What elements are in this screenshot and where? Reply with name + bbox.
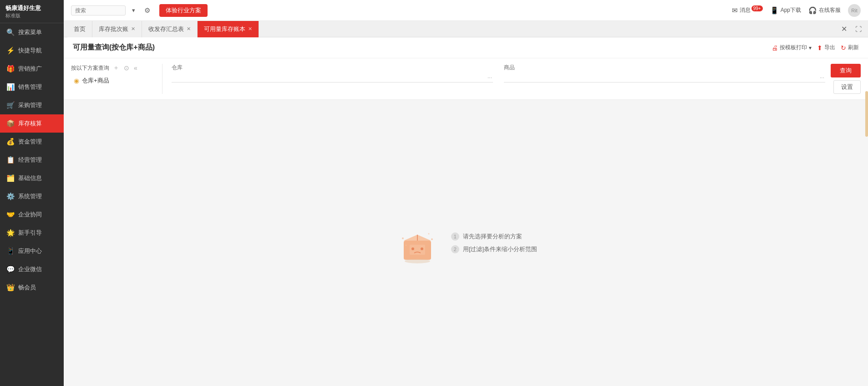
goods-input[interactable] <box>504 74 817 81</box>
avatar: Rit <box>848 4 861 17</box>
goods-more-button[interactable]: ··· <box>819 74 825 81</box>
sidebar-item-label: 新手引导 <box>18 229 42 237</box>
message-icon: ✉ <box>732 6 738 15</box>
page-content: 可用量查询(按仓库+商品) 🖨 按模板打印 ▾ ⬆ 导出 ↻ 刷新 <box>64 37 868 386</box>
warehouse-more-button[interactable]: ··· <box>487 74 493 81</box>
filter-divider <box>162 64 162 94</box>
warehouse-input-container: ··· <box>172 72 493 82</box>
sidebar-item-purchase[interactable]: 🛒采购管理 <box>0 96 64 114</box>
message-action[interactable]: ✉ 消息 99+ <box>732 6 763 15</box>
sidebar-item-wechat[interactable]: 💬企业微信 <box>0 260 64 278</box>
sidebar-item-label: 采购管理 <box>18 101 42 109</box>
print-icon: 🖨 <box>772 44 778 51</box>
query-button[interactable]: 查询 <box>831 64 861 77</box>
print-label: 按模板打印 <box>780 44 807 51</box>
tip-2: 2 用[过滤]条件来缩小分析范围 <box>451 245 537 253</box>
sidebar-item-operations[interactable]: 📋经营管理 <box>0 151 64 169</box>
tip-1-text: 请先选择要分析的方案 <box>463 232 522 241</box>
tip-2-text: 用[过滤]条件来缩小分析范围 <box>463 245 537 253</box>
tab-summary[interactable]: 收发存汇总表 ✕ <box>142 21 198 37</box>
print-button[interactable]: 🖨 按模板打印 ▾ <box>772 44 812 51</box>
sidebar-item-search[interactable]: 🔍搜索菜单 <box>0 23 64 41</box>
marketing-icon: 🎁 <box>6 65 15 73</box>
collapse-scheme-button[interactable]: « <box>133 64 138 72</box>
sidebar-item-appstore[interactable]: 📱应用中心 <box>0 242 64 260</box>
page-title: 可用量查询(按仓库+商品) <box>73 43 155 52</box>
search-icon: 🔍 <box>6 28 15 36</box>
app-download-action[interactable]: 📱 App下载 <box>770 6 801 15</box>
online-service-label: 在线客服 <box>819 6 841 14</box>
sidebar-item-newbie[interactable]: 🌟新手引导 <box>0 224 64 242</box>
industry-button[interactable]: 体验行业方案 <box>159 4 208 17</box>
sales-icon: 📊 <box>6 83 15 91</box>
basic-icon: 🗂️ <box>6 174 15 182</box>
app-name: 畅康通好生意 <box>5 5 58 12</box>
scheme-item-warehouse-goods[interactable]: ◉ 仓库+商品 <box>71 75 153 87</box>
refresh-button[interactable]: ↻ 刷新 <box>841 44 859 51</box>
goods-input-container: ··· <box>504 72 825 82</box>
tab-home[interactable]: 首页 <box>67 21 92 37</box>
sidebar-item-inventory[interactable]: 📦库存核算 <box>0 114 64 133</box>
sidebar-item-system[interactable]: ⚙️系统管理 <box>0 187 64 206</box>
system-icon: ⚙️ <box>6 192 15 201</box>
sidebar-item-label: 系统管理 <box>18 192 42 201</box>
tip-1-number: 1 <box>451 232 459 241</box>
schema-icon: ◉ <box>74 77 79 84</box>
sidebar-item-label: 资金管理 <box>18 138 42 146</box>
breadcrumb-search[interactable] <box>71 5 126 15</box>
tab-available[interactable]: 可用量库存账本 ✕ <box>198 21 259 37</box>
main-area: ▾ ⚙ 体验行业方案 ✉ 消息 99+ 📱 App下载 🎧 在线客服 Rit <box>64 0 868 386</box>
expand-tab-button[interactable]: ⛶ <box>853 25 864 34</box>
sidebar-item-label: 经营管理 <box>18 156 42 164</box>
tip-2-number: 2 <box>451 245 459 253</box>
settings-button[interactable]: 设置 <box>833 80 861 94</box>
warehouse-label: 仓库 <box>172 64 493 72</box>
goods-label: 商品 <box>504 64 825 72</box>
sidebar-item-shortcut[interactable]: ⚡快捷导航 <box>0 41 64 60</box>
warehouse-field: 仓库 ··· <box>172 64 493 82</box>
tab-available-label: 可用量库存账本 <box>204 25 245 33</box>
sidebar-item-sales[interactable]: 📊销售管理 <box>0 78 64 96</box>
inventory-icon: 📦 <box>6 119 15 128</box>
sidebar-item-marketing[interactable]: 🎁营销推广 <box>0 60 64 78</box>
gear-button[interactable]: ⚙ <box>142 5 153 15</box>
dropdown-button[interactable]: ▾ <box>130 6 137 15</box>
sidebar-item-basic[interactable]: 🗂️基础信息 <box>0 169 64 187</box>
filter-scheme-label: 按以下方案查询 <box>71 64 109 72</box>
tab-batch[interactable]: 库存批次账 ✕ <box>92 21 142 37</box>
warehouse-input[interactable] <box>172 74 485 81</box>
message-label: 消息 <box>740 6 751 14</box>
sidebar-item-label: 企业微信 <box>18 265 42 273</box>
sidebar-menu: 🔍搜索菜单⚡快捷导航🎁营销推广📊销售管理🛒采购管理📦库存核算💰资金管理📋经营管理… <box>0 23 64 386</box>
online-service-action[interactable]: 🎧 在线客服 <box>808 6 841 15</box>
sidebar-item-label: 应用中心 <box>18 247 42 255</box>
add-scheme-button[interactable]: ＋ <box>112 64 120 72</box>
close-tab-button[interactable]: ✕ <box>838 24 850 34</box>
goods-field: 商品 ··· <box>504 64 825 82</box>
filter-actions: 查询 设置 <box>831 64 861 94</box>
svg-point-9 <box>428 233 429 235</box>
tabs-right-actions: ✕ ⛶ <box>838 24 864 34</box>
sidebar-item-vip[interactable]: 👑畅会员 <box>0 278 64 297</box>
export-label: 导出 <box>824 44 835 51</box>
export-button[interactable]: ⬆ 导出 <box>817 44 835 51</box>
tab-available-close[interactable]: ✕ <box>248 26 252 32</box>
tab-summary-close[interactable]: ✕ <box>187 26 191 32</box>
message-badge: 99+ <box>751 5 763 11</box>
user-avatar-action[interactable]: Rit <box>848 4 861 17</box>
svg-point-8 <box>431 238 433 240</box>
tab-batch-close[interactable]: ✕ <box>131 26 135 32</box>
sidebar: 畅康通好生意 标准版 🔍搜索菜单⚡快捷导航🎁营销推广📊销售管理🛒采购管理📦库存核… <box>0 0 64 386</box>
purchase-icon: 🛒 <box>6 101 15 109</box>
filter-fields: 仓库 ··· 商品 ··· <box>172 64 825 82</box>
sidebar-item-label: 营销推广 <box>18 65 42 73</box>
filter-scheme-header: 按以下方案查询 ＋ ⊙ « <box>71 64 153 72</box>
sidebar-item-cooperation[interactable]: 🤝企业协同 <box>0 206 64 224</box>
empty-state: 1 请先选择要分析的方案 2 用[过滤]条件来缩小分析范围 <box>64 100 868 386</box>
tab-summary-label: 收发存汇总表 <box>148 25 184 33</box>
manage-scheme-button[interactable]: ⊙ <box>123 64 130 72</box>
header-right: ✉ 消息 99+ 📱 App下载 🎧 在线客服 Rit <box>732 4 861 17</box>
sidebar-item-finance[interactable]: 💰资金管理 <box>0 133 64 151</box>
sidebar-item-label: 企业协同 <box>18 211 42 219</box>
sidebar-item-label: 畅会员 <box>18 283 36 292</box>
